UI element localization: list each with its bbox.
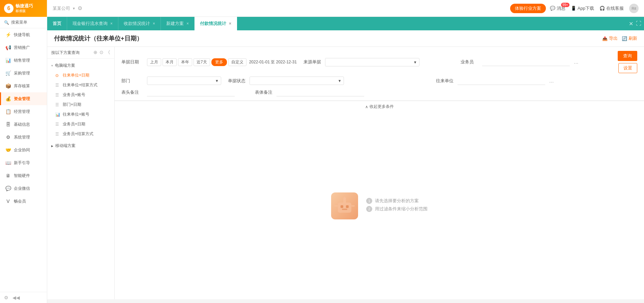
sidebar-item-inventory[interactable]: 📦 库存核算 [0,80,47,92]
tab-payment-stats-close[interactable]: × [153,21,155,26]
plan-unit-settle[interactable]: ☰ 往来单位+结算方式 [47,80,114,90]
tab-bank-flow-close[interactable]: × [110,21,113,26]
user-avatar[interactable]: Rit [629,4,639,13]
filter-row-3: 表头备注 表体备注 [121,88,637,96]
source-staff-row: 来源单据 ▾ 业务员 ... [303,51,637,73]
unit-filter: 往来单位 ... [436,77,637,85]
collapse-bar[interactable]: ∧ 收起更多条件 [115,101,644,112]
empty-robot-icon [331,192,358,219]
sidebar-item-purchase[interactable]: 🛒 采购管理 [0,67,47,80]
tab-pay-stats-close[interactable]: × [229,21,231,26]
note-head-input[interactable] [147,88,235,96]
plan-staff-settle[interactable]: ☰ 业务员+结算方式 [47,129,114,139]
tab-bank-flow[interactable]: 现金银行流水查询 × [67,17,118,30]
tab-expand-icon[interactable]: ⛶ [636,21,641,27]
tab-pay-stats[interactable]: 付款情况统计 × [195,17,237,30]
app-download-button[interactable]: 📱 App下载 [571,5,594,11]
svg-rect-7 [351,205,355,207]
collapse-panel-icon[interactable]: 《 [106,50,110,56]
service-label: 在线客服 [606,5,624,11]
sidebar-item-member[interactable]: V 畅会员 [0,195,47,208]
settings-bottom-icon[interactable]: ⚙ [4,295,8,300]
plan-staff-account[interactable]: ☰ 业务员+账号 [47,90,114,100]
sidebar-item-operations[interactable]: 📋 经营管理 [0,105,47,118]
sidebar-bottom: ⚙ ◀◀ [0,292,47,303]
sidebar-label: 智能硬件 [14,173,30,179]
right-panel: 单据日期 上月 本月 本年 近7天 更多 自定义 2022-01-01 至 20… [115,47,644,299]
plan-icon: ☰ [55,102,61,107]
online-service-button[interactable]: 🎧 在线客服 [599,5,624,11]
company-name: 某某公司 [53,5,70,11]
user-name: Rit [632,6,636,10]
tab-new-plan[interactable]: 新建方案 × [161,17,195,30]
date-btn-7days[interactable]: 近7天 [194,58,210,66]
source-label: 来源单据 [303,59,322,65]
settings-plan-icon[interactable]: ⊙ [99,50,104,56]
desktop-section: ▾ 电脑端方案 ⊙ 往来单位+日期 ☰ 往来单位+结算方式 ☰ 业务员+账号 [47,59,114,141]
sidebar-item-wechat[interactable]: 💬 企业微信 [0,182,47,195]
capital-icon: 💰 [5,96,11,102]
staff-dots[interactable]: ... [574,59,578,65]
sidebar-search[interactable]: 🔍 搜索菜单 [0,17,47,28]
sidebar-item-smart-hw[interactable]: 🖥 智能硬件 [0,169,47,182]
sidebar-item-guide[interactable]: 📖 新手引导 [0,156,47,169]
plan-unit-account[interactable]: 📊 往来单位+账号 [47,110,114,119]
date-btn-last-month[interactable]: 上月 [147,58,161,66]
source-select[interactable]: ▾ [325,58,419,66]
sidebar-label: 资金管理 [14,96,30,102]
hint-text-2: 用过滤条件来缩小分析范围 [375,206,428,212]
sidebar-label: 畅会员 [14,199,26,204]
topbar-gear-icon[interactable]: ⚙ [78,5,82,11]
unit-input[interactable] [458,77,545,85]
unit-dots[interactable]: ... [549,78,554,84]
collapse-icon[interactable]: ◀◀ [12,295,20,300]
search-label: 搜索菜单 [11,20,27,25]
query-button[interactable]: 查询 [618,51,637,61]
filter-row-2: 部门 ▾ 单据状态 ▾ 往来单 [121,77,637,85]
tab-close-all-icon[interactable]: ✕ [629,21,633,27]
plan-icon: ☰ [55,93,61,97]
settings-button[interactable]: 设置 [618,63,637,73]
date-btn-this-year[interactable]: 本年 [178,58,192,66]
staff-input[interactable] [482,58,570,66]
plan-label: 业务员+日期 [63,121,85,127]
status-select[interactable]: ▾ [250,77,344,85]
company-dropdown-arrow[interactable]: ▾ [73,6,75,11]
mobile-section-title[interactable]: ▸ 移动端方案 [47,141,114,151]
page-title: 付款情况统计（往来单位+日期） [54,34,143,42]
add-plan-icon[interactable]: ⊕ [93,50,97,56]
refresh-button[interactable]: 🔄 刷新 [622,35,637,41]
plan-dept-date[interactable]: ☰ 部门+日期 [47,100,114,110]
dept-select[interactable]: ▾ [147,77,221,85]
empty-hint-1: 1 请先选择要分析的方案 [366,198,428,204]
plan-label: 往来单位+日期 [63,72,89,78]
sidebar-item-marketing[interactable]: 📢 营销推广 [0,41,47,54]
hint-num-1: 1 [366,198,372,204]
tab-payment-stats[interactable]: 收款情况统计 × [118,17,161,30]
desktop-section-title[interactable]: ▾ 电脑端方案 [47,61,114,70]
tab-new-plan-close[interactable]: × [186,21,189,26]
sidebar-item-quick-nav[interactable]: ⚡ 快捷导航 [0,28,47,41]
sidebar-item-system[interactable]: ⚙ 系统管理 [0,131,47,144]
mobile-section-arrow: ▸ [51,144,53,148]
sidebar-item-sales[interactable]: 📊 销售管理 [0,54,47,67]
plan-unit-date[interactable]: ⊙ 往来单位+日期 [47,70,114,80]
message-button[interactable]: 💬 消息 99+ [550,5,565,11]
sidebar-item-basic-info[interactable]: 🗄 基础信息 [0,118,47,131]
sidebar-label: 采购管理 [14,70,30,76]
dept-label: 部门 [121,78,140,84]
date-btn-more[interactable]: 更多 [211,58,227,66]
sidebar-item-enterprise[interactable]: 🤝 企业协同 [0,144,47,156]
plan-label: 业务员+结算方式 [63,131,93,137]
section-arrow-icon: ▾ [51,64,53,67]
date-btn-this-month[interactable]: 本月 [163,58,177,66]
filter-area: 单据日期 上月 本月 本年 近7天 更多 自定义 2022-01-01 至 20… [115,47,644,101]
plan-staff-date[interactable]: ☰ 业务员+日期 [47,119,114,129]
sidebar-label: 系统管理 [14,134,30,140]
industry-plan-button[interactable]: 体验行业方案 [510,4,546,13]
sidebar-item-capital[interactable]: 💰 资金管理 [0,92,47,105]
tab-home[interactable]: 首页 [47,17,67,30]
export-button[interactable]: 📤 导出 [602,35,618,41]
date-btn-custom[interactable]: 自定义 [228,58,246,66]
note-body-input[interactable] [276,88,364,96]
